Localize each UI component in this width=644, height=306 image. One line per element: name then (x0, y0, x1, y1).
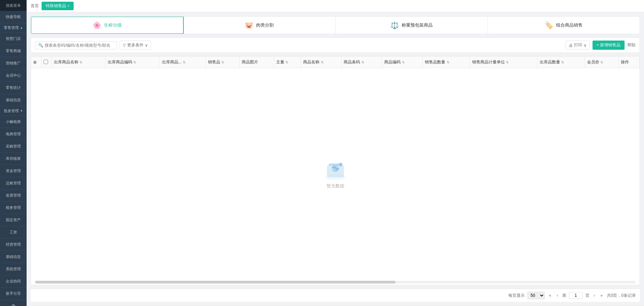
col-out-name[interactable]: 出库商品名称 (51, 57, 106, 68)
sidebar: 搜索菜单 快捷导航 零售管理 ▲ 智慧门店 零售商城 营销推广 会员中心 零售统… (0, 0, 27, 306)
search-input[interactable] (45, 43, 114, 48)
first-page-button[interactable]: « (548, 292, 553, 299)
svg-point-3 (332, 165, 339, 172)
sidebar-label-sys-mgmt: 系统管理 (6, 266, 21, 272)
print-arrow-icon: ∨ (584, 43, 587, 48)
home-link[interactable]: 首页 (31, 3, 39, 9)
col-item-barcode[interactable]: 商品条码 (342, 57, 382, 68)
col-item-code[interactable]: 商品编码 (382, 57, 423, 68)
col-out-code[interactable]: 出库商品编码 (106, 57, 160, 68)
add-button[interactable]: + 新增销售品 (593, 41, 625, 50)
col-item-name[interactable]: 商品名称 (301, 57, 342, 68)
sidebar-item-ops-mgmt[interactable]: 经营管理 (0, 239, 27, 251)
sidebar-label-mini-ecom: 小畅电商 (6, 119, 21, 124)
sidebar-item-salary[interactable]: 工资 (0, 226, 27, 239)
sidebar-item-ecom-mgmt[interactable]: 电商管理 (0, 128, 27, 140)
col-item-image-label: 商品图片 (242, 60, 258, 64)
sidebar-item-inventory[interactable]: 库存核算 (0, 153, 27, 165)
sidebar-label-invoice-mgmt: 发票管理 (6, 193, 21, 198)
page-label: 第 (562, 293, 566, 299)
col-out-name-label: 出库商品名称 (54, 60, 78, 64)
sidebar-label-retail-mall: 零售商城 (6, 48, 21, 53)
settings-button[interactable]: ⚙ (0, 300, 27, 306)
per-page-select[interactable]: 50 10 20 100 (527, 292, 545, 299)
weigh-pack-label: 称重预包装商品 (402, 22, 433, 28)
col-settings[interactable]: ⚙ (31, 57, 41, 68)
sidebar-item-retail-mall[interactable]: 零售商城 (0, 45, 27, 57)
col-sale-item[interactable]: 销售品 (206, 57, 240, 68)
sidebar-label-basic-info2: 基础信息 (6, 254, 21, 259)
empty-state: 暂无数据 (31, 68, 640, 279)
active-tab-label: 特殊销售品 (46, 3, 66, 9)
sidebar-item-retail-stats[interactable]: 零售统计 (0, 82, 27, 94)
sidebar-label-purchase-mgmt: 采购管理 (6, 144, 21, 149)
sidebar-label-ecom-mgmt: 电商管理 (6, 132, 21, 137)
table-container: ⚙ 出库商品名称 出库商品编码 出库商品... 销售品 (31, 56, 640, 285)
sidebar-item-basic-info2[interactable]: 基础信息 (0, 251, 27, 263)
sidebar-item-basic-info[interactable]: 基础信息 (0, 94, 27, 106)
scrollbar-thumb[interactable] (35, 281, 395, 284)
sidebar-label-finance-mgmt: 资金管理 (6, 168, 21, 173)
empty-state-text: 暂无数据 (327, 183, 344, 189)
col-member-price[interactable]: 会员价 (585, 57, 618, 68)
sidebar-item-sys-mgmt[interactable]: 系统管理 (0, 263, 27, 275)
sidebar-label-member-center: 会员中心 (6, 73, 21, 78)
sidebar-label-quick-nav: 快捷导航 (6, 14, 21, 19)
toolbar-left: 🔍 ▽ 更多条件 ∨ (35, 41, 151, 50)
search-box[interactable]: 🔍 (35, 41, 117, 49)
col-sale-qty[interactable]: 销售品数量 (423, 57, 470, 68)
col-checkbox[interactable] (41, 57, 51, 68)
col-out-qty-label: 出库品数量 (540, 60, 560, 64)
weigh-pack-icon: ⚖️ (390, 21, 399, 29)
sidebar-label-newbie: 新手引导 (6, 291, 21, 296)
sidebar-item-purchase-mgmt[interactable]: 采购管理 (0, 140, 27, 153)
gear-icon: ⚙ (11, 303, 16, 306)
col-out-qty[interactable]: 出库品数量 (537, 57, 585, 68)
next-page-button[interactable]: › (592, 292, 596, 299)
print-button[interactable]: 🖨 打印 ∨ (566, 41, 590, 50)
page-input[interactable] (569, 292, 583, 299)
select-all-checkbox[interactable] (44, 60, 48, 64)
toolbar-right: 🖨 打印 ∨ + 新增销售品 帮助 (566, 41, 635, 50)
empty-state-icon (322, 158, 349, 179)
sidebar-item-wholesale-mgmt[interactable]: 批发管理 ▼ (0, 106, 27, 116)
sidebar-label-inventory: 库存核算 (6, 156, 21, 161)
per-page-label: 每页显示 (508, 293, 525, 299)
sidebar-item-fixed-assets[interactable]: 固定资产 (0, 214, 27, 226)
sidebar-label-basic-info: 基础信息 (6, 97, 21, 103)
sidebar-label-smart-store: 智慧门店 (6, 36, 21, 41)
sidebar-item-finance-mgmt[interactable]: 资金管理 (0, 165, 27, 177)
sidebar-item-smart-store[interactable]: 智慧门店 (0, 33, 27, 45)
fresh-grade-icon: 🌸 (93, 21, 101, 29)
sidebar-item-tax-mgmt[interactable]: 税务管理 (0, 202, 27, 214)
prev-page-button[interactable]: ‹ (555, 292, 559, 299)
sidebar-item-newbie[interactable]: 新手引导 (0, 288, 27, 300)
sidebar-item-sales-promo[interactable]: 营销推广 (0, 57, 27, 70)
sidebar-item-member-center[interactable]: 会员中心 (0, 70, 27, 82)
sidebar-item-invoice-mgmt[interactable]: 发票管理 (0, 189, 27, 202)
category-tab-combo-sales[interactable]: 🏷️ 组合商品销售 (488, 17, 640, 34)
col-item-image: 商品图片 (240, 57, 274, 68)
col-out-spec[interactable]: 出库商品... (160, 57, 206, 68)
col-sale-unit[interactable]: 销售商品计量单位 (470, 57, 537, 68)
sidebar-item-ledger-mgmt[interactable]: 总账管理 (0, 177, 27, 189)
category-tab-weigh-pack[interactable]: ⚖️ 称重预包装商品 (336, 17, 488, 34)
help-button[interactable]: 帮助 (627, 42, 635, 48)
horizontal-scrollbar[interactable] (35, 281, 635, 284)
active-tab[interactable]: 特殊销售品 × (42, 2, 74, 10)
category-tab-meat-cut[interactable]: 🐷 肉类分割 (183, 17, 335, 34)
sidebar-label-sales-promo: 营销推广 (6, 61, 21, 66)
sidebar-item-mini-ecom[interactable]: 小畅电商 (0, 116, 27, 128)
sidebar-item-quick-nav[interactable]: 快捷导航 (0, 11, 27, 23)
sidebar-item-retail-mgmt[interactable]: 零售管理 ▲ (0, 23, 27, 33)
category-tab-fresh-grade[interactable]: 🌸 生鲜分级 (31, 16, 184, 34)
col-main-weight-label: 主量 (276, 60, 284, 64)
col-sale-qty-label: 销售品数量 (425, 60, 445, 64)
filter-button[interactable]: ▽ 更多条件 ∨ (120, 41, 151, 50)
pagination: 每页显示 50 10 20 100 « ‹ 第 页 › » 共0页，0条记录 (31, 289, 640, 302)
filter-arrow-icon: ∨ (145, 43, 148, 48)
last-page-button[interactable]: » (599, 292, 604, 299)
sidebar-item-enterprise[interactable]: 企业协同 (0, 275, 27, 288)
tab-close-icon[interactable]: × (68, 4, 70, 8)
col-main-weight[interactable]: 主量 (274, 57, 301, 68)
